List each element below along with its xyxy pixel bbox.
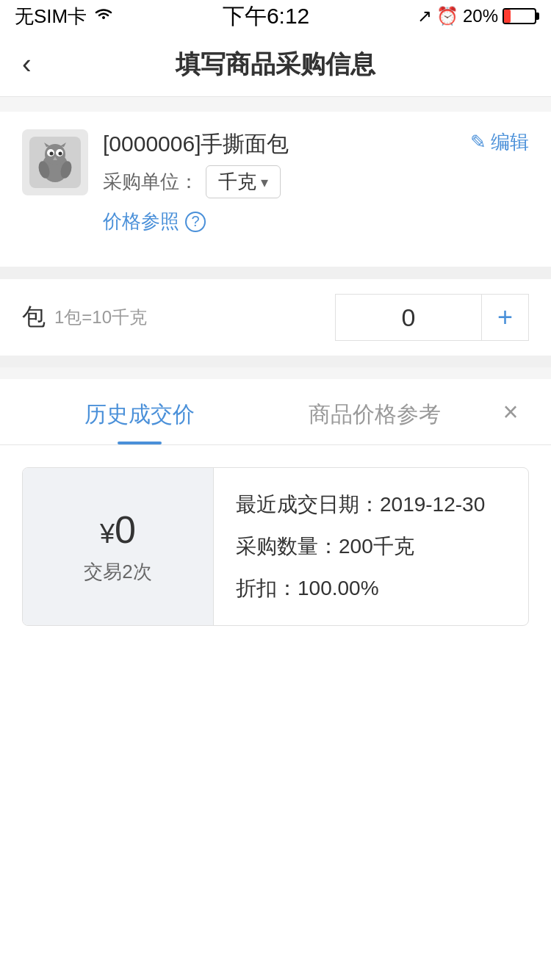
nav-bar: ‹ 填写商品采购信息: [0, 32, 551, 97]
svg-point-5: [50, 152, 54, 156]
page-title: 填写商品采购信息: [176, 48, 375, 82]
history-qty-row: 采购数量：200千克: [236, 532, 506, 561]
quantity-controls: 0 +: [335, 294, 529, 341]
product-unit-row: 采购单位： 千克 ▾: [103, 165, 289, 198]
alarm-icon: ⏰: [436, 6, 458, 26]
unit-badge: 包: [22, 301, 46, 334]
unit-dropdown-arrow: ▾: [261, 173, 268, 191]
unit-desc: 1包=10千克: [54, 306, 147, 329]
no-sim-text: 无SIM卡: [15, 4, 87, 29]
status-bar: 无SIM卡 下午6:12 ↗ ⏰ 20%: [0, 0, 551, 32]
history-price-panel: ¥0 交易2次: [23, 468, 214, 625]
product-left: [0000006]手撕面包 采购单位： 千克 ▾ 价格参照 ?: [22, 129, 289, 234]
tab-product-price-ref[interactable]: 商品价格参考: [257, 379, 492, 444]
product-card: [0000006]手撕面包 采购单位： 千克 ▾ 价格参照 ? ✎ 编辑: [0, 112, 551, 267]
edit-button[interactable]: ✎ 编辑: [470, 129, 529, 155]
status-time: 下午6:12: [223, 1, 309, 32]
wifi-icon: [93, 5, 115, 28]
battery-icon: [503, 8, 536, 24]
history-date-row: 最近成交日期：2019-12-30: [236, 490, 506, 519]
quantity-row: 包 1包=10千克 0 +: [22, 279, 529, 356]
bottom-area: [0, 648, 551, 980]
svg-point-6: [59, 152, 62, 156]
unit-label-text: 采购单位：: [103, 169, 198, 195]
plus-button[interactable]: +: [482, 294, 529, 341]
currency-symbol: ¥: [100, 519, 115, 549]
status-carrier: 无SIM卡: [15, 4, 115, 29]
history-txn-count: 交易2次: [84, 559, 151, 585]
back-button[interactable]: ‹: [22, 48, 59, 80]
history-discount-row: 折扣：100.00%: [236, 574, 506, 602]
history-content: ¥0 交易2次 最近成交日期：2019-12-30 采购数量：200千克 折扣：…: [0, 445, 551, 648]
quantity-label: 包 1包=10千克: [22, 301, 147, 334]
product-header: [0000006]手撕面包 采购单位： 千克 ▾ 价格参照 ? ✎ 编辑: [22, 129, 529, 234]
history-price-value: ¥0: [100, 508, 136, 552]
price-ref-button[interactable]: 价格参照 ?: [103, 209, 289, 234]
tab-header: 历史成交价 商品价格参考 ×: [0, 379, 551, 445]
tab-section: 历史成交价 商品价格参考 × ¥0 交易2次 最近成交日期：2019-12-30…: [0, 379, 551, 648]
section-divider: [0, 267, 551, 278]
unit-select[interactable]: 千克 ▾: [206, 165, 281, 198]
quantity-input[interactable]: 0: [335, 294, 482, 341]
history-details-panel: 最近成交日期：2019-12-30 采购数量：200千克 折扣：100.00%: [214, 468, 528, 625]
location-icon: ↗: [417, 6, 432, 26]
product-logo-image: [29, 137, 81, 188]
edit-icon: ✎: [470, 131, 486, 154]
product-logo: [22, 129, 88, 195]
product-info: [0000006]手撕面包 采购单位： 千克 ▾ 价格参照 ?: [103, 129, 289, 234]
help-icon: ?: [185, 212, 206, 232]
status-icons: ↗ ⏰ 20%: [417, 6, 536, 26]
history-card: ¥0 交易2次 最近成交日期：2019-12-30 采购数量：200千克 折扣：…: [22, 467, 529, 626]
tab-history-price[interactable]: 历史成交价: [22, 379, 257, 444]
tab-close-button[interactable]: ×: [492, 394, 529, 430]
battery-percent: 20%: [463, 6, 498, 26]
quantity-section: 包 1包=10千克 0 +: [0, 278, 551, 356]
section-divider-2: [0, 356, 551, 367]
product-name: [0000006]手撕面包: [103, 129, 289, 159]
